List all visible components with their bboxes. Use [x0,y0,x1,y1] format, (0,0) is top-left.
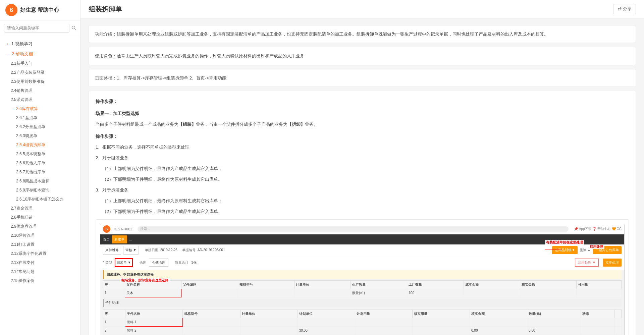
step1: 1、根据不同的业务，选择不同单据的类型来处理 [96,143,629,152]
share-button[interactable]: 分享 [613,4,636,14]
scenario1-title: 场景一：加工类型选择 [96,109,629,118]
sidebar-item-purchase[interactable]: 2.5采购管理 [0,95,80,104]
sim-nav-newtab: 新建单 [112,235,127,243]
step2: 2、对于组装业务 [96,154,629,162]
col-cost: 成本金额 [464,281,520,289]
sim-warehouse-select[interactable]: 仓储仓库 [149,259,168,267]
table-row: 1 黑料 1 [103,318,622,327]
minus-sub-icon: － [11,106,15,112]
step3-1: （1）上部明细为父件明细，最终作为原材料生成其它出库单； [96,197,629,205]
sidebar-item-transfer[interactable]: 2.6.3调拨单 [0,131,80,141]
screenshot-container: 6 TEST-H002 搜索... 📌 App下载 ❓ 帮助中心 🧡 CC 首页… [96,219,629,335]
sidebar-item-otherinbound[interactable]: 2.6.6其他入库单 [0,159,80,168]
sim-billno-value: AD-20191226-001 [198,247,225,254]
plus-icon: ＋ [5,41,9,47]
sidebar-item-costrecalc[interactable]: 2.6.8商品成本重算 [0,177,80,186]
sidebar-item-install[interactable]: 2.2产品安装及登录 [0,68,80,77]
sim-save-btn[interactable]: 立即处理 [603,259,622,267]
col-unit: 计量单位 [294,281,351,289]
sidebar-nav: ＋ 1.视频学习 － 2.帮助文档 2.1新手入门 2.2产品安装及登录 2.3… [0,36,80,335]
sidebar-item-assembly[interactable]: 2.6.4组装拆卸单 [0,141,80,150]
sim-confirm-btn[interactable]: 启用处理 ▼ [575,259,599,267]
sim-top-table: 序 父件名称 父件编码 规格型号 计量单位 生产数量 工厂数量 成本金额 核实金 [103,280,622,297]
sidebar-item-dataprep[interactable]: 2.3使用前数据准备 [0,77,80,86]
sidebar-item-videos[interactable]: ＋ 1.视频学习 [0,39,80,49]
sim-info: * 类型 组装单 ▼ 仓库 仓储仓库 数量合计 3张 启用处理 ▼ 立即处理 [100,256,624,270]
table-row: 2 黑料 2 30.000.000.00 [103,327,622,335]
sidebar-header: 6 好生意 帮助中心 [0,0,80,20]
annotation-3-box: 启用处理 [588,242,604,251]
col-parent-code: 父件编码 [181,281,238,289]
sidebar-item-newuser[interactable]: 2.1新手入门 [0,59,80,68]
sim-logo: 6 [103,225,110,233]
logo-icon: 6 [5,4,17,16]
annotation-1-arrow [545,246,565,253]
steps-label: 操作步骤： [96,132,629,141]
annotation-2-text: 组装业务、拆卸业务在这里选择 [120,278,170,282]
content-area: 功能介绍：组装拆卸单用来处理企业组装或拆卸等加工业务，支持有固定装配清单的产品加… [80,18,644,335]
sidebar-item-cases[interactable]: 2.15操作案例 [0,276,80,285]
step3-2: （2）下部明细为子件明细，最终作为产成品生成其它入库单。 [96,207,629,216]
sim-section-bottom: 子件明细 [103,299,622,307]
search-input[interactable] [4,24,69,33]
sim-btn-save[interactable]: 来件维修 [103,246,121,255]
path-block: 页面路径：1、库存核算->库存管理->组装拆卸单 2、首页->常用功能 [89,69,636,87]
sim-type-select[interactable]: 组装单 ▼ [115,258,133,267]
topbar: 组装拆卸单 分享 [80,0,644,18]
sidebar-item-customize[interactable]: 2.12系统个性化设置 [0,249,80,258]
minus-icon: － [5,51,10,57]
col-spec: 规格型号 [238,281,294,289]
sim-date-label: 单据日期 [145,247,158,254]
steps-title: 操作步骤： [96,97,629,106]
scenario1-desc: 当由多个子件材料组装成一个成品的业务为【组装】业务，当由一个父件拆分成多个子产品… [96,120,629,129]
annotation-3-text: 启用处理 [588,244,604,249]
sim-section-top: 组装业务、拆卸业务在这里选择 [103,270,622,279]
annotation-1-box: 有装配清单的在这里处理 [545,238,584,253]
sidebar-item-ops[interactable]: 2.10经营管理 [0,231,80,240]
col-actual-cost: 核实金额 [520,281,576,289]
sim-bottom-table-wrap: 序 子件名称 规格型号 计量单位 计划单位 计划用量 核实用量 核实金额 数量( [100,310,624,335]
sim-topbar: 6 TEST-H002 搜索... 📌 App下载 ❓ 帮助中心 🧡 CC [100,224,624,234]
sim-screenshot: 6 TEST-H002 搜索... 📌 App下载 ❓ 帮助中心 🧡 CC 首页… [100,224,625,335]
steps-block: 操作步骤： 场景一：加工类型选择 当由多个子件材料组装成一个成品的业务为【组装】… [89,91,636,335]
col-factory-qty: 工厂数量 [407,281,464,289]
sidebar: 6 好生意 帮助中心 ＋ 1.视频学习 － 2.帮助文档 2.1新手入门 2.2… [0,0,80,335]
app-title: 好生意 帮助中心 [20,7,59,14]
svg-line-1 [75,29,76,30]
sidebar-item-sales[interactable]: 2.4销售管理 [0,86,80,95]
search-button[interactable] [71,25,76,31]
sidebar-item-costadjust[interactable]: 2.6.5成本调整单 [0,150,80,159]
annotation-2-box: 组装业务、拆卸业务在这里选择 [120,276,170,284]
sim-date-value: 2019-12-26 [160,247,177,254]
sim-id: TEST-H002 [113,225,132,233]
step3: 3、对于拆装业务 [96,186,629,194]
step2-1: （1）上部明细为父件明细，最终作为产成品生成其它入库单； [96,164,629,173]
sim-section-bottom-wrap: 子件明细 [100,297,624,308]
sidebar-item-stockledger[interactable]: 2.6.9库存账本查询 [0,186,80,195]
page-title: 组装拆卸单 [89,5,122,14]
sidebar-item-helpdocs[interactable]: － 2.帮助文档 [0,49,80,59]
sidebar-item-onlinepay[interactable]: 2.13在线支付 [0,258,80,267]
intro-block-1: 功能介绍：组装拆卸单用来处理企业组装或拆卸等加工业务，支持有固定装配清单的产品加… [89,25,636,43]
step2-2: （2）下部明细为子件明细，最终作为原材料生成其它出库单。 [96,175,629,184]
sim-billno-label: 单据编号 [182,247,196,254]
table-row: 1 关木 数量(×1) 100 [103,289,622,297]
sidebar-item-partialcount[interactable]: 2.6.2分量盘点单 [0,122,80,131]
sim-search-bar: 搜索... [138,226,569,232]
sim-topbar-icons: 📌 App下载 ❓ 帮助中心 🧡 CC [574,226,622,232]
col-qty: 生产数量 [351,281,407,289]
sidebar-item-coupon[interactable]: 2.9优惠券管理 [0,222,80,231]
sidebar-item-mobile[interactable]: 2.8手机旺铺 [0,213,80,222]
sim-btn-review[interactable]: 审核 ▼ [123,246,139,255]
sidebar-item-stockcount[interactable]: 2.6.1盘点单 [0,113,80,122]
sim-top-table-wrap: 序 父件名称 父件编码 规格型号 计量单位 生产数量 工厂数量 成本金额 核实金 [100,280,624,297]
sidebar-item-faq[interactable]: 2.14常见问题 [0,267,80,276]
sidebar-item-print[interactable]: 2.11打印设置 [0,240,80,249]
sidebar-item-finance[interactable]: 2.7资金管理 [0,204,80,213]
col-avail: 可用量 [576,281,621,289]
sidebar-item-otheroutbound[interactable]: 2.6.7其他出库单 [0,168,80,177]
sim-nav-home: 首页 [103,236,110,243]
sidebar-item-inventory[interactable]: － 2.6库存核算 [0,104,80,113]
main-content: 组装拆卸单 分享 功能介绍：组装拆卸单用来处理企业组装或拆卸等加工业务，支持有固… [80,0,644,335]
sidebar-item-stockfix[interactable]: 2.6.10库存账本错了怎么办 [0,195,80,204]
